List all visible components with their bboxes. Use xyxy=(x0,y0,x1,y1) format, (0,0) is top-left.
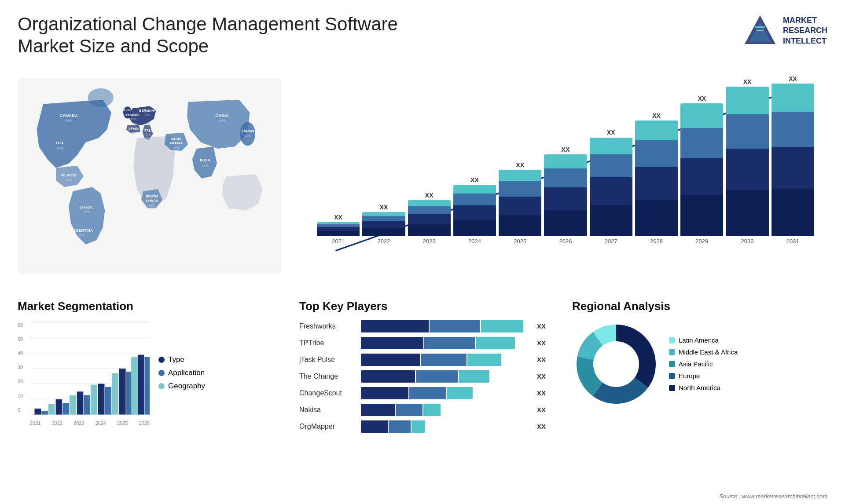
svg-text:FRANCE: FRANCE xyxy=(126,113,140,117)
legend-asia-pacific: Asia Pacific xyxy=(669,360,738,368)
svg-text:xx%: xx% xyxy=(244,134,251,138)
svg-rect-63 xyxy=(91,384,97,414)
world-map: CANADA xx% U.S. xx% MEXICO xx% BRAZIL xx… xyxy=(18,66,282,286)
bar-group-2030: XX 2030 xyxy=(726,75,768,245)
seg-line-chart: 0 10 20 30 40 50 60 xyxy=(18,320,150,426)
regional-chart-container: Latin America Middle East & Africa Asia … xyxy=(572,320,819,408)
svg-rect-51 xyxy=(77,391,84,414)
segmentation-section: Market Segmentation 0 10 20 30 40 50 60 xyxy=(18,295,282,442)
player-name-orgmapper: OrgMapper xyxy=(299,423,356,431)
svg-text:BRAZIL: BRAZIL xyxy=(80,205,94,209)
player-bars-orgmapper xyxy=(361,420,530,433)
legend-type: Type xyxy=(158,355,205,364)
bar-group-2021: XX 2021 xyxy=(317,75,360,245)
player-name-tptribe: TPTribe xyxy=(299,339,356,347)
legend-label-geography: Geography xyxy=(168,382,205,391)
player-bars-nakisa xyxy=(361,404,530,416)
legend-text-asia-pacific: Asia Pacific xyxy=(679,360,713,368)
svg-text:SPAIN: SPAIN xyxy=(129,126,139,130)
player-name-freshworks: Freshworks xyxy=(299,322,356,330)
player-name-nakisa: Nakisa xyxy=(299,406,356,414)
main-grid: CANADA xx% U.S. xx% MEXICO xx% BRAZIL xx… xyxy=(18,66,827,442)
legend-color-middle-east xyxy=(669,349,675,355)
player-orgmapper: OrgMapper XX xyxy=(299,420,546,433)
player-bars-thechange xyxy=(361,370,530,383)
regional-section: Regional Analysis xyxy=(563,295,827,442)
svg-rect-62 xyxy=(70,395,76,414)
svg-text:xx%: xx% xyxy=(131,117,136,121)
legend-geography: Geography xyxy=(158,382,205,391)
legend-text-middle-east: Middle East & Africa xyxy=(679,348,738,356)
player-thechange: The Change XX xyxy=(299,370,546,383)
svg-point-5 xyxy=(88,88,114,107)
seg-chart-container: 0 10 20 30 40 50 60 xyxy=(18,320,282,426)
svg-text:AFRICA: AFRICA xyxy=(145,199,158,203)
bar-group-2029: XX 2029 xyxy=(680,75,723,245)
svg-text:GERMANY: GERMANY xyxy=(139,109,156,113)
svg-text:xx%: xx% xyxy=(218,118,226,123)
svg-rect-60 xyxy=(144,357,150,415)
svg-text:xx%: xx% xyxy=(146,133,151,136)
svg-text:ITALY: ITALY xyxy=(144,128,154,132)
legend-north-america: North America xyxy=(669,384,738,391)
svg-rect-49 xyxy=(34,409,41,415)
player-label-thechange: XX xyxy=(537,373,546,380)
bar-group-2028: XX 2028 xyxy=(635,75,678,245)
svg-text:INDIA: INDIA xyxy=(200,158,210,162)
player-label-changescout: XX xyxy=(537,389,546,397)
svg-rect-52 xyxy=(98,383,105,414)
player-label-nakisa: XX xyxy=(537,406,546,413)
bar-group-2026: XX 2026 xyxy=(544,75,587,245)
player-bars-tptribe xyxy=(361,337,530,349)
legend-text-north-america: North America xyxy=(679,384,720,391)
legend-text-latin-america: Latin America xyxy=(679,336,719,344)
player-changescout: ChangeScout XX xyxy=(299,387,546,399)
svg-text:CANADA: CANADA xyxy=(59,113,78,117)
svg-point-72 xyxy=(593,341,639,387)
legend-label-type: Type xyxy=(168,355,184,364)
player-tptribe: TPTribe XX xyxy=(299,337,546,349)
svg-text:xx%: xx% xyxy=(131,131,136,134)
legend-color-europe xyxy=(669,373,675,379)
player-jtask: jTask Pulse XX xyxy=(299,354,546,366)
svg-text:U.K.: U.K. xyxy=(124,108,131,112)
seg-y-axis: 0 10 20 30 40 50 60 xyxy=(18,322,30,413)
bar-label: XX xyxy=(334,214,342,221)
svg-text:CHINA: CHINA xyxy=(215,113,229,117)
header: Organizational Change Management Softwar… xyxy=(18,13,827,58)
svg-text:xx%: xx% xyxy=(78,233,85,237)
legend-application: Application xyxy=(158,369,205,377)
svg-rect-53 xyxy=(119,369,126,415)
legend-dot-type xyxy=(158,357,165,363)
svg-text:xx%: xx% xyxy=(83,210,90,214)
svg-text:xx%: xx% xyxy=(66,178,72,182)
svg-rect-2 xyxy=(755,26,765,28)
svg-text:ARABIA: ARABIA xyxy=(169,141,183,145)
legend-label-application: Application xyxy=(168,369,205,377)
player-bars-jtask xyxy=(361,354,530,366)
page-container: Organizational Change Management Softwar… xyxy=(0,0,845,504)
bar-group-2022: XX 2022 xyxy=(362,75,405,245)
svg-rect-3 xyxy=(757,30,764,31)
svg-text:xx%: xx% xyxy=(65,118,73,123)
regional-title: Regional Analysis xyxy=(572,299,819,313)
legend-color-north-america xyxy=(669,385,675,391)
logo-container: MARKET RESEARCH INTELLECT xyxy=(742,13,827,48)
svg-rect-65 xyxy=(131,357,138,415)
player-label-orgmapper: XX xyxy=(537,423,546,430)
svg-rect-50 xyxy=(56,399,62,415)
svg-text:xx%: xx% xyxy=(57,146,64,150)
bar-group-2031: XX 2031 xyxy=(772,75,814,245)
player-name-thechange: The Change xyxy=(299,373,356,380)
svg-text:xx%: xx% xyxy=(202,164,208,168)
logo-icon xyxy=(742,13,778,48)
bar-group-2023: XX 2023 xyxy=(408,75,451,245)
seg-legend: Type Application Geography xyxy=(158,355,205,391)
player-freshworks: Freshworks XX xyxy=(299,320,546,332)
svg-rect-58 xyxy=(105,387,112,415)
key-players-section: Top Key Players Freshworks XX TPTribe xyxy=(290,295,555,442)
segmentation-title: Market Segmentation xyxy=(18,299,282,313)
svg-text:SOUTH: SOUTH xyxy=(146,194,158,198)
svg-text:xx%: xx% xyxy=(145,113,151,116)
player-label-jtask: XX xyxy=(537,356,546,363)
